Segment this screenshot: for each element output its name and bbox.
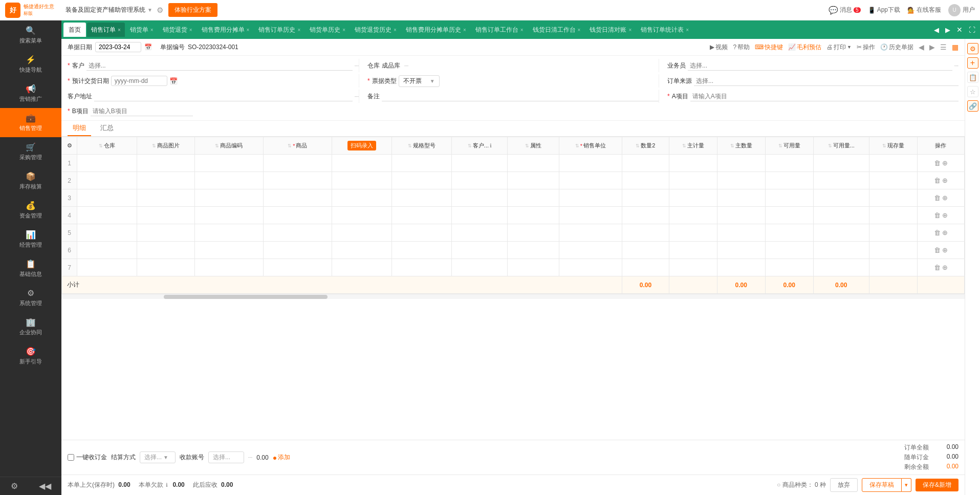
- tab-order-history[interactable]: 销售订单历史 ×: [254, 23, 304, 37]
- delete-row-1-btn[interactable]: 🗑: [934, 159, 941, 167]
- tab-reconcile[interactable]: 钱货日清对账 ×: [585, 23, 636, 37]
- nav-left-btn[interactable]: ◀: [919, 43, 924, 51]
- operations-btn[interactable]: ✂ 操作: [857, 43, 875, 52]
- row-attr-1[interactable]: [508, 155, 559, 172]
- abandon-btn[interactable]: 放弃: [830, 478, 858, 492]
- tab-fee-history[interactable]: 销售费用分摊单历史 ×: [402, 23, 470, 37]
- account-more-btn[interactable]: ···: [248, 455, 252, 460]
- sidebar-item-inventory[interactable]: 📦 库存核算: [0, 166, 61, 196]
- row-product-1[interactable]: [263, 155, 332, 172]
- delete-row-5-btn[interactable]: 🗑: [934, 229, 941, 236]
- tab-close-sales-goods[interactable]: ×: [150, 27, 154, 33]
- col-header-qty2[interactable]: ⇅ 数量2: [622, 137, 669, 155]
- sidebar-item-sales[interactable]: 💼 销售管理: [0, 108, 61, 137]
- salesperson-more-btn[interactable]: ···: [954, 63, 959, 69]
- save-draft-dropdown-btn[interactable]: ▾: [902, 478, 911, 492]
- sidebar-item-operations[interactable]: 📊 经营管理: [0, 225, 61, 254]
- customer-more-btn[interactable]: ···: [355, 63, 359, 69]
- delete-row-4-btn[interactable]: 🗑: [934, 211, 941, 219]
- profit-link[interactable]: 📈 毛利预估: [788, 43, 821, 52]
- one-click-label[interactable]: 一键收订金: [68, 453, 107, 462]
- history-btn[interactable]: 🕐 历史单据: [880, 43, 913, 52]
- row-spec-1[interactable]: [392, 155, 452, 172]
- tab-daily-workbench[interactable]: 钱货日清工作台 ×: [529, 23, 585, 37]
- tab-summary[interactable]: 汇总: [95, 121, 119, 136]
- help-link[interactable]: ? 帮助: [733, 43, 750, 52]
- col-header-stock[interactable]: ⇅ 现存量: [869, 137, 917, 155]
- right-tool-flag[interactable]: 📋: [967, 72, 978, 83]
- warehouse-more-btn[interactable]: ···: [404, 63, 408, 69]
- tab-goods-history[interactable]: 销货单历史 ×: [306, 23, 350, 37]
- sidebar-item-system[interactable]: ⚙ 系统管理: [0, 283, 61, 312]
- salesperson-input[interactable]: [688, 61, 952, 71]
- tab-close-fee-history[interactable]: ×: [463, 27, 466, 33]
- col-header-main-unit[interactable]: ⇅ 主计量: [669, 137, 717, 155]
- account-select[interactable]: 选择...: [208, 451, 244, 463]
- col-header-image[interactable]: ⇅ 商品图片: [137, 137, 194, 155]
- tab-close-return-history[interactable]: ×: [394, 27, 397, 33]
- settings-icon[interactable]: ⚙: [157, 6, 163, 15]
- tab-stats[interactable]: 销售订单统计表 ×: [637, 23, 693, 37]
- a-project-input[interactable]: [690, 92, 959, 101]
- calendar-icon[interactable]: 📅: [144, 44, 152, 51]
- tab-sales-return[interactable]: 销货退货 ×: [159, 23, 197, 37]
- col-header-product[interactable]: ⇅ * 商品: [263, 137, 332, 155]
- order-source-input[interactable]: [694, 76, 959, 86]
- sidebar-item-basic-info[interactable]: 📋 基础信息: [0, 254, 61, 283]
- messages-btn[interactable]: 💬 消息 5: [829, 6, 861, 15]
- right-tool-settings[interactable]: ⚙: [967, 43, 978, 54]
- row-customer-code-1[interactable]: [452, 155, 508, 172]
- delivery-date-input[interactable]: [111, 76, 167, 86]
- copy-row-7-btn[interactable]: ⊕: [942, 264, 948, 271]
- tab-detail[interactable]: 明细: [68, 121, 91, 136]
- print-btn[interactable]: 🖨 打印 ▼: [826, 43, 852, 52]
- tab-close-order-workbench[interactable]: ×: [520, 27, 524, 33]
- video-link[interactable]: ▶ 视频: [710, 43, 728, 52]
- payment-method-select[interactable]: 选择... ▼: [140, 451, 176, 463]
- col-header-available[interactable]: ⇅ 可用量: [765, 137, 813, 155]
- customer-address-input[interactable]: [94, 92, 353, 101]
- right-tool-link[interactable]: 🔗: [967, 100, 978, 112]
- system-dropdown-icon[interactable]: ▼: [147, 7, 153, 13]
- remarks-input[interactable]: [382, 92, 659, 101]
- one-click-checkbox[interactable]: [68, 454, 74, 461]
- tab-home[interactable]: 首页: [63, 23, 86, 37]
- tab-maximize-btn[interactable]: ⛶: [966, 25, 978, 35]
- right-tool-plus[interactable]: +: [967, 57, 978, 69]
- scan-btn[interactable]: 扫码录入: [347, 141, 376, 150]
- copy-row-3-btn[interactable]: ⊕: [942, 194, 948, 202]
- col-header-attr[interactable]: ⇅ 属性: [508, 137, 559, 155]
- order-date-input[interactable]: [95, 42, 141, 52]
- tab-prev-btn[interactable]: ◀: [931, 25, 942, 35]
- tab-close-order-history[interactable]: ×: [297, 27, 300, 33]
- col-header-spec[interactable]: ⇅ 规格型号: [392, 137, 452, 155]
- online-service-btn[interactable]: 💁 在线客服: [907, 6, 941, 14]
- delete-row-3-btn[interactable]: 🗑: [934, 194, 941, 202]
- tab-sales-goods[interactable]: 销货单 ×: [126, 23, 158, 37]
- tab-fee-split[interactable]: 销售费用分摊单 ×: [198, 23, 254, 37]
- sidebar-item-enterprise[interactable]: 🏢 企业协同: [0, 312, 61, 341]
- tab-close-daily-workbench[interactable]: ×: [578, 27, 581, 33]
- sidebar-item-finance[interactable]: 💰 资金管理: [0, 196, 61, 225]
- sidebar-item-marketing[interactable]: 📢 营销推广: [0, 79, 61, 108]
- right-tool-star[interactable]: ☆: [967, 86, 978, 97]
- col-header-main-qty[interactable]: ⇅ 主数量: [717, 137, 765, 155]
- sidebar-item-purchase[interactable]: 🛒 采购管理: [0, 137, 61, 166]
- grid-view-icon[interactable]: ▦: [952, 43, 959, 51]
- address-more-btn[interactable]: ···: [355, 94, 359, 99]
- b-project-input[interactable]: [91, 106, 193, 116]
- save-new-btn[interactable]: 保存&新增: [916, 479, 959, 491]
- nav-right-btn[interactable]: ▶: [929, 43, 935, 51]
- invoice-type-select[interactable]: 不开票 ▼: [399, 75, 440, 87]
- copy-row-5-btn[interactable]: ⊕: [942, 229, 948, 236]
- tab-close-sales-order[interactable]: ×: [118, 27, 121, 33]
- copy-row-1-btn[interactable]: ⊕: [942, 159, 948, 167]
- sidebar-item-guide[interactable]: 🎯 新手引导: [0, 341, 61, 371]
- tab-close-reconcile[interactable]: ×: [628, 27, 631, 33]
- copy-row-6-btn[interactable]: ⊕: [942, 246, 948, 254]
- copy-row-4-btn[interactable]: ⊕: [942, 211, 948, 219]
- delete-row-7-btn[interactable]: 🗑: [934, 264, 941, 271]
- col-header-available2[interactable]: ⇅ 可用量...: [813, 137, 869, 155]
- tab-sales-order[interactable]: 销售订单 ×: [87, 23, 125, 37]
- col-header-warehouse[interactable]: ⇅ 仓库: [77, 137, 137, 155]
